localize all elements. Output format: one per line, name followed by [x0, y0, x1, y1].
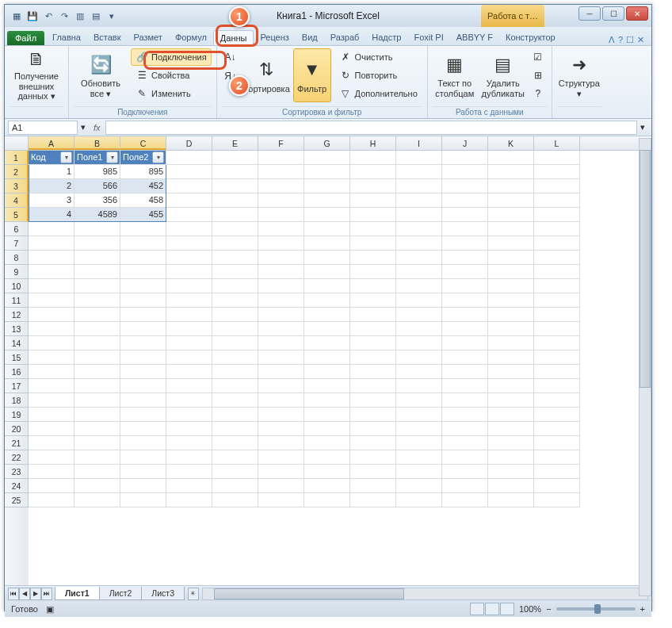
cell[interactable]	[74, 479, 120, 493]
cell[interactable]	[212, 308, 258, 322]
file-tab[interactable]: Файл	[7, 31, 44, 45]
cell[interactable]	[212, 279, 258, 293]
cell[interactable]	[166, 350, 212, 365]
cell[interactable]	[304, 293, 350, 308]
cell[interactable]	[350, 151, 396, 165]
cell[interactable]	[442, 393, 488, 408]
zoom-slider[interactable]	[556, 607, 636, 611]
cell[interactable]	[350, 450, 396, 465]
sheet-tab-Лист3[interactable]: Лист3	[141, 587, 185, 600]
cell[interactable]	[258, 222, 304, 236]
cell[interactable]	[488, 151, 534, 165]
cell[interactable]	[166, 322, 212, 336]
sheet-nav-prev-icon[interactable]: ◀	[19, 588, 30, 600]
cell[interactable]	[212, 393, 258, 408]
row-header-6[interactable]: 6	[5, 222, 29, 236]
consolidate-button[interactable]: ⊞	[529, 67, 547, 84]
formula-bar[interactable]	[105, 121, 637, 135]
cell[interactable]	[488, 493, 534, 507]
cell[interactable]	[350, 422, 396, 436]
outline-button[interactable]: ➜ Структура ▾	[557, 48, 601, 102]
cell[interactable]	[304, 393, 350, 408]
cell[interactable]	[304, 236, 350, 251]
cell[interactable]	[488, 393, 534, 408]
excel-icon[interactable]: ▦	[10, 9, 24, 23]
get-external-data-button[interactable]: 🗎 Получение внешних данных ▾	[10, 48, 63, 102]
cell[interactable]	[212, 193, 258, 208]
cell[interactable]	[534, 365, 580, 379]
row-header-25[interactable]: 25	[5, 493, 29, 507]
cell[interactable]	[350, 479, 396, 493]
cell[interactable]	[396, 279, 442, 293]
cell[interactable]	[534, 436, 580, 450]
cell[interactable]	[350, 393, 396, 408]
qat-btn-2[interactable]: ▤	[89, 9, 103, 23]
row-header-16[interactable]: 16	[5, 365, 29, 379]
text-to-columns-button[interactable]: ▦ Текст по столбцам	[433, 48, 477, 102]
row-header-4[interactable]: 4	[5, 193, 29, 208]
cell[interactable]	[212, 465, 258, 479]
cell[interactable]	[166, 265, 212, 279]
cell[interactable]	[166, 222, 212, 236]
cell[interactable]	[166, 422, 212, 436]
cell[interactable]	[396, 350, 442, 365]
cell[interactable]	[258, 236, 304, 251]
cell[interactable]	[442, 293, 488, 308]
macro-record-icon[interactable]: ▣	[46, 604, 54, 615]
row-header-3[interactable]: 3	[5, 179, 29, 193]
cell[interactable]	[534, 393, 580, 408]
cell[interactable]	[350, 193, 396, 208]
cell[interactable]	[396, 422, 442, 436]
cell[interactable]	[258, 308, 304, 322]
cell[interactable]: Поле1	[74, 151, 120, 165]
cell[interactable]	[442, 193, 488, 208]
cell[interactable]	[396, 493, 442, 507]
filter-button[interactable]: ▼ Фильтр	[293, 48, 331, 102]
horizontal-scrollbar[interactable]	[202, 588, 648, 600]
cell[interactable]	[212, 165, 258, 179]
cell[interactable]	[396, 436, 442, 450]
select-all-corner[interactable]	[5, 136, 29, 150]
cell[interactable]	[396, 336, 442, 350]
cell[interactable]	[304, 279, 350, 293]
row-header-18[interactable]: 18	[5, 393, 29, 408]
row-header-12[interactable]: 12	[5, 308, 29, 322]
cell[interactable]	[304, 179, 350, 193]
remove-duplicates-button[interactable]: ▤ Удалить дубликаты	[480, 48, 526, 102]
cell[interactable]	[488, 265, 534, 279]
cell[interactable]	[120, 350, 166, 365]
cell[interactable]	[534, 422, 580, 436]
cell[interactable]	[488, 336, 534, 350]
cell[interactable]	[74, 450, 120, 465]
cell[interactable]	[212, 493, 258, 507]
cell[interactable]	[442, 151, 488, 165]
cell[interactable]	[488, 193, 534, 208]
cell[interactable]	[29, 436, 74, 450]
cell[interactable]	[29, 265, 74, 279]
cell[interactable]	[166, 293, 212, 308]
cell[interactable]	[396, 265, 442, 279]
cell[interactable]	[442, 308, 488, 322]
cell[interactable]	[120, 222, 166, 236]
cell[interactable]	[29, 279, 74, 293]
col-header-A[interactable]: A	[29, 136, 74, 150]
col-header-K[interactable]: K	[488, 136, 534, 150]
cell[interactable]	[166, 236, 212, 251]
cell[interactable]	[258, 293, 304, 308]
cell[interactable]	[442, 408, 488, 422]
tab-конструктор[interactable]: Конструктор	[499, 30, 562, 45]
cell[interactable]	[534, 350, 580, 365]
cell[interactable]	[212, 236, 258, 251]
cell[interactable]	[166, 208, 212, 222]
cell[interactable]	[258, 251, 304, 265]
cell[interactable]	[166, 450, 212, 465]
cell[interactable]: 455	[120, 208, 166, 222]
cell[interactable]	[304, 465, 350, 479]
cell[interactable]	[396, 393, 442, 408]
cell[interactable]	[534, 208, 580, 222]
col-header-J[interactable]: J	[442, 136, 488, 150]
cell[interactable]	[488, 422, 534, 436]
cell[interactable]	[120, 422, 166, 436]
cell[interactable]	[304, 408, 350, 422]
cell[interactable]	[120, 308, 166, 322]
